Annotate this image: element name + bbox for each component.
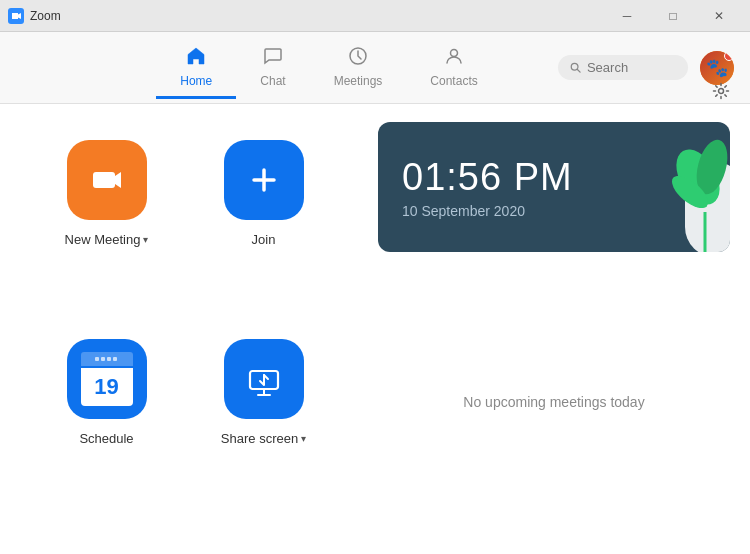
- app-title: Zoom: [30, 9, 61, 23]
- svg-point-7: [719, 88, 724, 93]
- search-box[interactable]: [558, 55, 688, 80]
- join-button[interactable]: [224, 140, 304, 220]
- share-screen-item[interactable]: Share screen ▾: [205, 339, 322, 518]
- titlebar: Zoom ─ □ ✕: [0, 0, 750, 32]
- contacts-icon: [443, 45, 465, 70]
- navbar: Home Chat Meetings: [0, 32, 750, 104]
- titlebar-left: Zoom: [8, 8, 61, 24]
- clock-card: 01:56 PM 10 September 2020: [378, 122, 730, 252]
- schedule-button[interactable]: 19: [67, 339, 147, 419]
- tab-chat[interactable]: Chat: [236, 37, 309, 99]
- new-meeting-button[interactable]: [67, 140, 147, 220]
- close-button[interactable]: ✕: [696, 0, 742, 32]
- search-input[interactable]: [587, 60, 676, 75]
- calendar-day: 19: [94, 374, 118, 400]
- join-label: Join: [252, 232, 276, 247]
- plus-icon: [246, 162, 282, 198]
- chat-icon: [262, 45, 284, 70]
- main-window: Home Chat Meetings: [0, 32, 750, 554]
- maximize-button[interactable]: □: [650, 0, 696, 32]
- zoom-logo-icon: [8, 8, 24, 24]
- svg-rect-12: [95, 357, 99, 361]
- tab-meetings[interactable]: Meetings: [310, 37, 407, 99]
- svg-rect-13: [101, 357, 105, 361]
- tab-contacts[interactable]: Contacts: [406, 37, 501, 99]
- nav-tabs: Home Chat Meetings: [156, 37, 501, 98]
- calendar-body: 19: [81, 368, 133, 406]
- new-meeting-item[interactable]: New Meeting ▾: [48, 140, 165, 319]
- avatar-badge: [724, 51, 734, 61]
- svg-marker-1: [12, 13, 18, 19]
- svg-rect-15: [113, 357, 117, 361]
- minimize-button[interactable]: ─: [604, 0, 650, 32]
- plant-decoration: [630, 122, 730, 252]
- schedule-item[interactable]: 19 Schedule: [48, 339, 165, 518]
- svg-line-6: [577, 69, 580, 72]
- svg-point-4: [451, 50, 458, 57]
- no-meetings-message: No upcoming meetings today: [463, 394, 644, 410]
- left-panel: New Meeting ▾ Join: [0, 104, 370, 554]
- share-screen-label: Share screen ▾: [221, 431, 306, 446]
- content-area: New Meeting ▾ Join: [0, 104, 750, 554]
- tab-home[interactable]: Home: [156, 37, 236, 99]
- svg-rect-8: [93, 172, 115, 188]
- home-icon: [185, 45, 207, 70]
- share-screen-chevron: ▾: [301, 433, 306, 444]
- meetings-icon: [347, 45, 369, 70]
- camera-icon: [89, 162, 125, 198]
- svg-marker-9: [115, 172, 121, 188]
- share-screen-icon: [244, 359, 284, 399]
- share-screen-button[interactable]: [224, 339, 304, 419]
- window-controls: ─ □ ✕: [604, 0, 742, 32]
- nav-right: 🐾: [558, 51, 734, 85]
- schedule-label: Schedule: [79, 431, 133, 446]
- gear-icon: [712, 82, 730, 105]
- tab-contacts-label: Contacts: [430, 74, 477, 88]
- tab-home-label: Home: [180, 74, 212, 88]
- new-meeting-chevron: ▾: [143, 234, 148, 245]
- search-icon: [570, 61, 581, 74]
- settings-button[interactable]: [706, 78, 736, 108]
- tab-chat-label: Chat: [260, 74, 285, 88]
- calendar-top: [81, 352, 133, 366]
- tab-meetings-label: Meetings: [334, 74, 383, 88]
- new-meeting-label: New Meeting ▾: [65, 232, 149, 247]
- join-item[interactable]: Join: [205, 140, 322, 319]
- svg-rect-14: [107, 357, 111, 361]
- meetings-area: No upcoming meetings today: [378, 268, 730, 536]
- right-panel: 01:56 PM 10 September 2020: [370, 104, 750, 554]
